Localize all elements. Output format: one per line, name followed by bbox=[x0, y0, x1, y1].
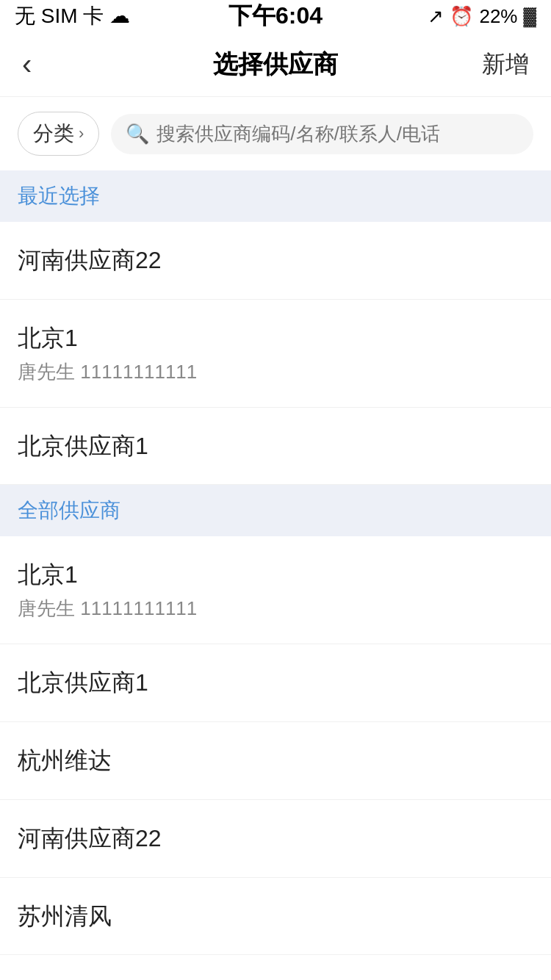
status-left: 无 SIM 卡 ☁ bbox=[15, 2, 130, 30]
list-item[interactable]: 苏州清风 bbox=[0, 878, 551, 956]
add-button[interactable]: 新增 bbox=[482, 48, 529, 81]
sim-status: 无 SIM 卡 ☁ bbox=[15, 2, 130, 30]
recent-section-header: 最近选择 bbox=[0, 170, 551, 222]
recent-list: 河南供应商22北京1唐先生 11111111111北京供应商1 bbox=[0, 222, 551, 485]
status-bar: 无 SIM 卡 ☁ 下午6:04 ↗ ⏰ 22% ▓ bbox=[0, 0, 551, 32]
all-list: 北京1唐先生 11111111111北京供应商1杭州维达河南供应商22苏州清风 bbox=[0, 536, 551, 955]
item-name: 北京1 bbox=[18, 322, 533, 355]
item-name: 北京供应商1 bbox=[18, 666, 533, 699]
list-item[interactable]: 河南供应商22 bbox=[0, 222, 551, 300]
item-sub: 唐先生 11111111111 bbox=[18, 596, 533, 621]
battery-level: 22% bbox=[479, 5, 517, 28]
search-box[interactable]: 🔍 bbox=[111, 114, 533, 154]
item-name: 河南供应商22 bbox=[18, 244, 533, 277]
all-section-header: 全部供应商 bbox=[0, 485, 551, 536]
battery-icon: ▓ bbox=[524, 6, 537, 26]
search-input[interactable] bbox=[156, 123, 519, 145]
back-button[interactable]: ‹ bbox=[22, 48, 66, 81]
chevron-right-icon: › bbox=[79, 124, 84, 143]
category-label: 分类 bbox=[33, 120, 74, 148]
page-title: 选择供应商 bbox=[213, 48, 338, 82]
search-icon: 🔍 bbox=[126, 123, 149, 145]
item-name: 北京供应商1 bbox=[18, 430, 533, 463]
filter-bar: 分类 › 🔍 bbox=[0, 97, 551, 170]
status-right: ↗ ⏰ 22% ▓ bbox=[428, 5, 536, 28]
location-icon: ↗ bbox=[428, 5, 444, 28]
list-item[interactable]: 北京供应商1 bbox=[0, 644, 551, 722]
item-name: 杭州维达 bbox=[18, 744, 533, 777]
category-button[interactable]: 分类 › bbox=[18, 112, 99, 156]
status-time: 下午6:04 bbox=[228, 0, 323, 32]
nav-bar: ‹ 选择供应商 新增 bbox=[0, 32, 551, 97]
list-item[interactable]: 北京1唐先生 11111111111 bbox=[0, 300, 551, 408]
recent-section-label: 最近选择 bbox=[18, 184, 100, 207]
alarm-icon: ⏰ bbox=[450, 5, 473, 28]
item-name: 河南供应商22 bbox=[18, 822, 533, 855]
item-name: 北京1 bbox=[18, 558, 533, 591]
list-item[interactable]: 河南供应商22 bbox=[0, 800, 551, 878]
item-sub: 唐先生 11111111111 bbox=[18, 359, 533, 385]
all-section-label: 全部供应商 bbox=[18, 499, 120, 522]
list-item[interactable]: 北京供应商1 bbox=[0, 408, 551, 486]
list-item[interactable]: 杭州维达 bbox=[0, 722, 551, 800]
list-item[interactable]: 北京1唐先生 11111111111 bbox=[0, 536, 551, 644]
item-name: 苏州清风 bbox=[18, 900, 533, 933]
